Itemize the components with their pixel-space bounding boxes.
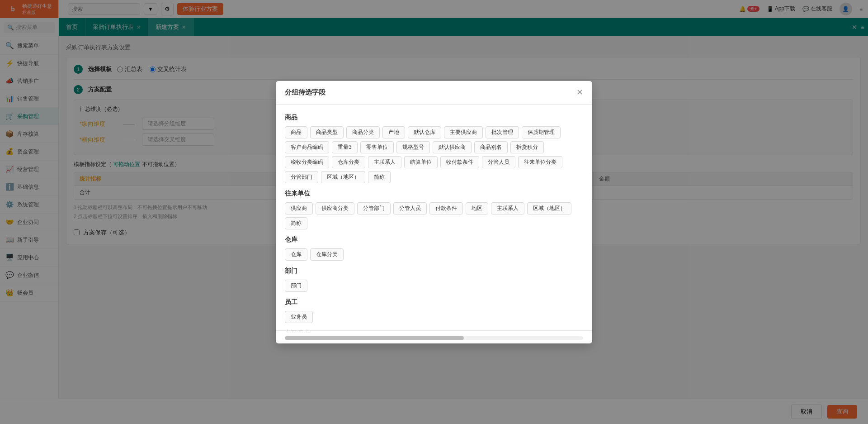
field-chip-1-1[interactable]: 供应商分类 [316, 202, 354, 214]
field-chip-0-23[interactable]: 区域（地区） [321, 171, 365, 183]
field-chip-1-5[interactable]: 地区 [466, 202, 488, 214]
field-chips-2: 仓库仓库分类 [285, 248, 583, 261]
field-chip-0-7[interactable]: 保质期管理 [522, 126, 561, 138]
field-chip-0-12[interactable]: 默认供应商 [433, 141, 472, 153]
field-section-title-0: 商品 [285, 114, 583, 122]
field-chip-2-0[interactable]: 仓库 [285, 248, 307, 261]
field-chips-1: 供应商供应商分类分管部门分管人员付款条件地区主联系人区域（地区）简称 [285, 202, 583, 229]
modal-header: 分组待选字段 ✕ [276, 81, 592, 105]
modal-close-button[interactable]: ✕ [576, 88, 583, 96]
field-chip-0-24[interactable]: 简称 [368, 171, 391, 183]
field-chip-0-3[interactable]: 产地 [382, 126, 405, 138]
field-chip-4-0[interactable]: 业务员 [285, 311, 313, 323]
modal-overlay[interactable]: 分组待选字段 ✕ 商品商品商品类型商品分类产地默认仓库主要供应商批次管理保质期管… [0, 0, 868, 424]
field-chip-0-5[interactable]: 主要供应商 [444, 126, 483, 138]
field-chip-0-20[interactable]: 分管人员 [482, 156, 515, 168]
field-chip-0-19[interactable]: 收付款条件 [440, 156, 479, 168]
field-section-title-2: 仓库 [285, 236, 583, 244]
field-chip-0-9[interactable]: 重量3 [332, 141, 358, 153]
field-chip-0-6[interactable]: 批次管理 [486, 126, 519, 138]
field-chip-1-4[interactable]: 付款条件 [429, 202, 463, 214]
field-chip-0-14[interactable]: 拆货积分 [510, 141, 544, 153]
field-chip-0-10[interactable]: 零售单位 [360, 141, 394, 153]
field-chip-0-16[interactable]: 仓库分类 [332, 156, 365, 168]
field-chip-0-0[interactable]: 商品 [285, 126, 307, 138]
field-chip-0-17[interactable]: 主联系人 [368, 156, 401, 168]
field-chips-3: 部门 [285, 280, 583, 292]
field-chip-0-4[interactable]: 默认仓库 [408, 126, 441, 138]
field-chip-0-18[interactable]: 结算单位 [404, 156, 438, 168]
field-chip-0-13[interactable]: 商品别名 [474, 141, 508, 153]
modal-body: 商品商品商品类型商品分类产地默认仓库主要供应商批次管理保质期管理客户商品编码重量… [276, 105, 592, 330]
field-chip-1-3[interactable]: 分管人员 [393, 202, 427, 214]
field-section-title-4: 员工 [285, 298, 583, 306]
field-section-title-3: 部门 [285, 267, 583, 275]
field-chip-2-1[interactable]: 仓库分类 [310, 248, 344, 261]
modal-scrollbar-area [276, 330, 592, 343]
modal-dialog: 分组待选字段 ✕ 商品商品商品类型商品分类产地默认仓库主要供应商批次管理保质期管… [276, 81, 592, 343]
field-chip-1-7[interactable]: 区域（地区） [527, 202, 571, 214]
field-chip-3-0[interactable]: 部门 [285, 280, 307, 292]
field-chip-0-15[interactable]: 税收分类编码 [285, 156, 329, 168]
modal-title: 分组待选字段 [285, 88, 326, 97]
field-chip-1-2[interactable]: 分管部门 [357, 202, 391, 214]
field-chip-0-21[interactable]: 往来单位分类 [518, 156, 562, 168]
field-chips-0: 商品商品类型商品分类产地默认仓库主要供应商批次管理保质期管理客户商品编码重量3零… [285, 126, 583, 183]
field-chips-4: 业务员 [285, 311, 583, 323]
field-chip-1-0[interactable]: 供应商 [285, 202, 313, 214]
field-section-title-1: 往来单位 [285, 190, 583, 198]
field-chip-0-2[interactable]: 商品分类 [346, 126, 380, 138]
field-chip-0-11[interactable]: 规格型号 [396, 141, 430, 153]
field-chip-1-8[interactable]: 简称 [285, 217, 307, 229]
field-chip-0-22[interactable]: 分管部门 [285, 171, 318, 183]
field-chip-1-6[interactable]: 主联系人 [491, 202, 524, 214]
field-chip-0-8[interactable]: 客户商品编码 [285, 141, 329, 153]
horizontal-scrollbar[interactable] [285, 336, 583, 340]
field-chip-0-1[interactable]: 商品类型 [310, 126, 344, 138]
